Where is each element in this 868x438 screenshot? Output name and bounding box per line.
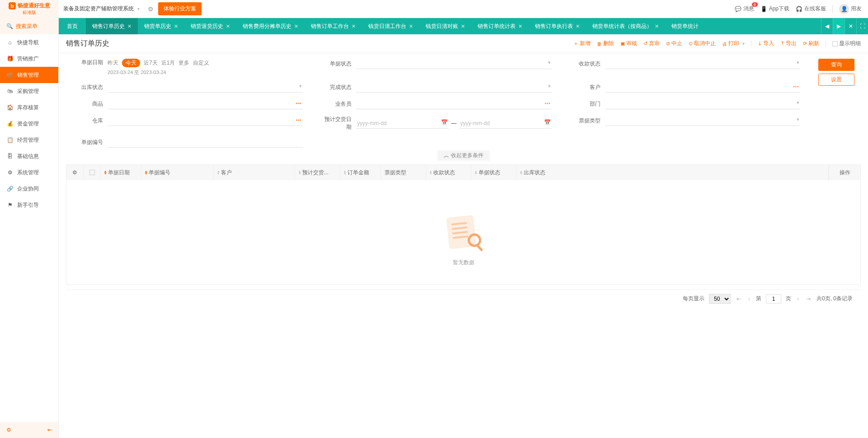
tab-item[interactable]: 销售订单工作台✕ [305,18,362,34]
close-icon[interactable]: ✕ [461,23,465,29]
lookup-icon[interactable]: ⋯ [544,100,551,107]
sidebar-item-guide[interactable]: ⚑新手引导 [0,197,58,213]
expect-date-to[interactable] [460,118,552,129]
warehouse-input[interactable] [108,116,303,126]
ticket-type-select[interactable] [605,116,800,126]
tab-item[interactable]: 销售费用分摊单历史✕ [236,18,305,34]
close-icon[interactable]: ✕ [226,23,230,29]
tabs-close-all[interactable]: ✕ [845,18,856,34]
tabs-fullscreen[interactable]: ⛶ [856,18,868,34]
out-status-select[interactable] [108,82,303,93]
chip-7d[interactable]: 近7天 [144,59,158,67]
salesman-input[interactable] [356,99,551,109]
sidebar-item-quicknav[interactable]: ⌂快捷导航 [0,34,58,51]
lookup-icon[interactable]: ⋯ [793,83,799,90]
page-input[interactable] [766,294,781,303]
sidebar-item-purchase[interactable]: 🛍采购管理 [0,83,58,99]
tab-item[interactable]: 销售订单执行表✕ [529,18,586,34]
tab-item[interactable]: 钱货日清对账✕ [419,18,471,34]
show-detail-toggle[interactable]: 显示明细 [832,40,861,47]
col-bill-status[interactable]: ▴▾单据状态 [471,165,516,180]
collapse-filters-button[interactable]: ︽ 收起更多条件 [437,150,490,161]
calendar-icon[interactable]: 📅 [544,119,551,126]
tabs-scroll-left[interactable]: ◀ [821,18,833,34]
user-menu[interactable]: 👤 用友 [839,4,862,14]
col-ticket-type[interactable]: 票据类型 [381,165,426,180]
delete-button[interactable]: 🗑删除 [597,40,614,47]
chevron-down-icon[interactable]: ▾ [299,83,302,89]
gear-icon[interactable]: ⚙ [148,5,154,13]
close-icon[interactable]: ✕ [518,23,522,29]
close-icon[interactable]: ✕ [294,23,298,29]
receipt-status-select[interactable] [605,59,800,69]
sidebar-item-marketing[interactable]: 🎁营销推广 [0,51,58,67]
unaudit-button[interactable]: ↺弃审 [643,40,660,47]
sidebar-item-collab[interactable]: 🔗企业协同 [0,181,58,197]
tab-sales-order-history[interactable]: 销售订单历史✕ [86,18,138,34]
expect-date-from[interactable] [356,118,448,129]
chip-more[interactable]: 更多 [178,59,189,67]
chip-today[interactable]: 今天 [122,59,140,67]
tab-item[interactable]: 销货单历史✕ [138,18,184,34]
tab-item[interactable]: 销货单统计 [665,18,705,34]
bill-no-input[interactable] [108,137,303,148]
col-expect[interactable]: ▴▾预计交货... [295,165,340,180]
query-button[interactable]: 查询 [818,59,854,71]
print-button[interactable]: 🖨打印▾ [722,40,745,47]
chevron-down-icon[interactable]: ▾ [797,100,799,106]
messages-button[interactable]: 💬 消息 6 [735,5,754,13]
sidebar-item-finance[interactable]: 💰资金管理 [0,116,58,132]
sidebar-item-sales[interactable]: 🛒销售管理 [0,67,58,83]
column-settings[interactable]: ⚙ [66,165,84,180]
gear-icon[interactable]: ⚙ [6,427,11,433]
stop-button[interactable]: ⊘中止 [666,40,682,47]
col-out-status[interactable]: ▴▾出库状态 [516,165,829,180]
sidebar-item-operation[interactable]: 📋经营管理 [0,132,58,148]
close-icon[interactable]: ✕ [655,23,659,29]
select-all[interactable] [84,165,101,180]
page-next[interactable]: › [796,296,800,302]
customer-input[interactable] [605,82,800,93]
close-icon[interactable]: ✕ [127,23,131,29]
unstop-button[interactable]: ⊙取消中止 [689,40,716,47]
finish-status-select[interactable] [356,82,551,93]
product-input[interactable] [108,99,303,109]
chip-custom[interactable]: 自定义 [193,59,209,67]
chevron-down-icon[interactable]: ▾ [548,83,551,89]
sidebar-item-inventory[interactable]: 🏠库存核算 [0,99,58,116]
sidebar-search[interactable]: 🔍 搜索菜单 [0,18,58,34]
sidebar-item-basedata[interactable]: 🗄基础信息 [0,148,58,164]
export-button[interactable]: ⤒导出 [780,40,797,47]
close-icon[interactable]: ✕ [576,23,580,29]
calendar-icon[interactable]: 📅 [441,119,448,126]
import-button[interactable]: ⤓导入 [758,40,774,47]
col-customer[interactable]: ▴▾客户 [214,165,295,180]
tab-item[interactable]: 销货单统计表（按商品）✕ [586,18,665,34]
tab-item[interactable]: 销货退货历史✕ [184,18,236,34]
col-bill-date[interactable]: ▴▾单据日期 [101,165,141,180]
logo[interactable]: b 畅捷通好生意 标准版 [0,0,59,18]
close-icon[interactable]: ✕ [174,23,178,29]
chip-1m[interactable]: 近1月 [161,59,175,67]
audit-button[interactable]: ▣审核 [620,40,637,47]
lookup-icon[interactable]: ⋯ [296,116,302,123]
settings-button[interactable]: 设置 [818,74,854,86]
promo-button[interactable]: 体验行业方案 [158,2,202,15]
sidebar-item-system[interactable]: ⚙系统管理 [0,164,58,181]
page-first[interactable]: ⇤ [735,296,742,302]
dept-select[interactable] [605,99,800,109]
tabs-scroll-right[interactable]: ▶ [833,18,845,34]
close-icon[interactable]: ✕ [409,23,413,29]
col-bill-no[interactable]: ▴▾单据编号 [141,165,214,180]
per-page-select[interactable]: 50 [709,294,731,304]
bill-status-select[interactable] [356,59,551,69]
page-last[interactable]: ⇥ [805,296,812,302]
col-receipt-status[interactable]: ▴▾收款状态 [426,165,471,180]
tab-home[interactable]: 首页 [59,18,86,34]
tab-item[interactable]: 钱货日清工作台✕ [362,18,419,34]
system-selector[interactable]: 装备及固定资产辅助管理系统 ▾ [63,5,140,13]
collapse-sidebar-icon[interactable]: ⇤ [47,427,52,433]
page-prev[interactable]: ‹ [747,296,751,302]
app-download-button[interactable]: 📱 App下载 [760,5,789,13]
chevron-down-icon[interactable]: ▾ [548,60,551,65]
